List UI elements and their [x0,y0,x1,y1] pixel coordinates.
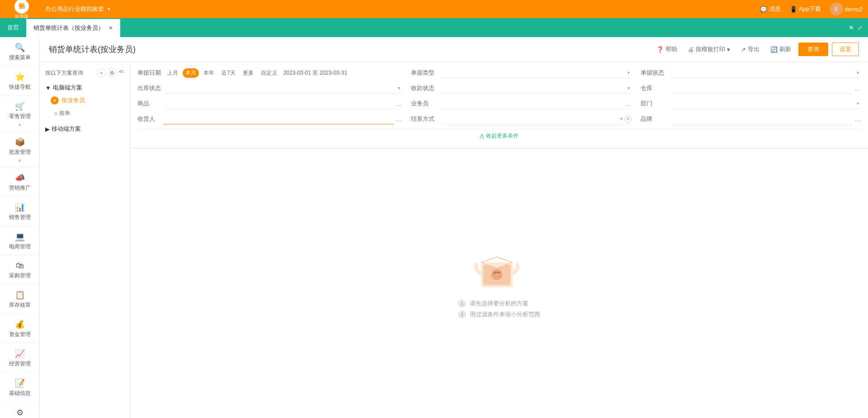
scheme-collapse-btn[interactable]: ≪ [118,68,124,77]
export-btn[interactable]: ↗ 导出 [737,43,763,55]
scheme-sub-item-by-order[interactable]: ≡ 按单 [40,107,130,119]
sidebar-item-basic[interactable]: 📝 基础信息 [0,373,39,402]
hint-text-2: 用过滤条件来缩小分析范围 [470,310,540,318]
date-tab-lastmonth[interactable]: 上月 [165,68,181,78]
date-tab-thismonth[interactable]: 本月 [183,68,199,78]
department-input[interactable] [671,98,861,109]
app-download-label: App下载 [799,5,821,13]
filter-field-salesperson: 业务员 … [411,98,632,109]
settle-dropdown-icon[interactable]: ▾ [620,116,623,121]
brand-dots[interactable]: … [854,115,861,123]
sidebar-item-sales[interactable]: 📊 销售管理 [0,197,39,226]
filter-field-brand: 品牌 … [641,114,861,124]
receiptstatus-input[interactable] [442,83,632,93]
close-window-icon[interactable]: ✕ [849,24,854,31]
query-button[interactable]: 查询 [798,43,828,56]
print-btn[interactable]: 🖨 按模板打印 ▾ [684,43,734,55]
print-dropdown-icon[interactable]: ▾ [727,46,730,53]
salesperson-dots[interactable]: … [625,100,632,107]
filter-field-warehouse: 仓库 … [641,83,861,94]
refresh-btn[interactable]: 🔄 刷新 [767,43,795,55]
svg-point-2 [491,269,502,280]
scheme-actions: + ⚙ ≪ [97,68,124,77]
sidebar-item-ecommerce[interactable]: 💻 电商管理 [0,226,39,256]
billstatus-dropdown-icon[interactable]: ▾ [857,70,859,75]
outstatus-label: 出库状态 [137,84,161,92]
date-tab-thisyear[interactable]: 本年 [201,68,217,78]
collapse-btn[interactable]: ⋀ 收起更多条件 [137,129,861,142]
settle-input[interactable] [442,114,623,124]
outstatus-dropdown-icon[interactable]: ▾ [398,86,400,90]
department-dropdown-icon[interactable]: ▾ [857,101,859,106]
scheme-settings-btn[interactable]: ⚙ [108,68,117,77]
sidebar-item-wholesale[interactable]: 📦 批发管理 ▲ [0,132,39,167]
date-tab-more[interactable]: 更多 [240,68,256,78]
retail-icon: 🛒 [15,101,25,111]
message-btn[interactable]: 💬 消息 [760,5,781,13]
goods-dots[interactable]: … [396,100,402,107]
sidebar-item-purchase[interactable]: 🛍 采购管理 [0,256,39,285]
wholesale-arrow: ▲ [18,157,22,162]
right-panel: 单据日期 上月 本月 本年 近7天 更多 自定义 [130,62,868,418]
app-download-btn[interactable]: 📱 App下载 [790,5,821,13]
help-btn[interactable]: ❓ 帮助 [653,43,681,55]
warehouse-label: 仓库 [641,84,668,92]
scheme-group-pc-header[interactable]: ▼ 电脑端方案 [40,82,130,94]
salesperson-input[interactable] [442,98,623,109]
goods-input[interactable] [164,98,394,109]
sidebar-item-finance[interactable]: 💰 资金管理 [0,314,39,343]
scheme-header-label: 按以下方案查询 [45,69,83,77]
sidebar-item-sales-label: 销售管理 [9,214,31,221]
settle-label: 结算方式 [411,115,438,123]
settings-button[interactable]: 设置 [832,43,859,56]
filter-field-settle: 结算方式 ✕ ▾ [411,114,632,124]
sidebar-item-operation[interactable]: 📈 经营管理 [0,343,39,373]
sidebar-item-quicknav[interactable]: ⭐ 快捷导航 [0,66,39,96]
sidebar-item-inventory[interactable]: 📋 库存核算 [0,285,39,314]
export-icon: ↗ [741,46,746,53]
sidebar-item-system[interactable]: ⚙ 系统管理 [0,402,39,418]
sidebar-item-search[interactable]: 🔍 搜索菜单 [0,37,39,66]
svg-point-3 [494,271,495,273]
date-range: 2023-03-01 至 2023-03-31 [283,69,347,77]
billtype-dropdown-icon[interactable]: ▾ [627,70,630,75]
tab-home[interactable]: 首页 [0,18,26,37]
billtype-input[interactable] [442,67,632,78]
message-label: 消息 [769,5,781,13]
scheme-add-btn[interactable]: + [97,68,106,77]
user-name: demo2 [844,6,863,13]
user-area[interactable]: E demo2 [830,3,863,15]
scheme-group-mobile-header[interactable]: ▶ 移动端方案 [40,123,130,135]
receiver-dots[interactable]: … [396,115,402,123]
tab-home-label: 首页 [7,24,19,32]
receiver-input[interactable] [164,114,394,124]
receiver-label: 收货人 [137,115,160,123]
maximize-icon[interactable]: ⤢ [858,24,863,31]
filter-row-3: 商品 … 业务员 … 部门 [137,98,861,109]
filter-field-goods: 商品 … [137,98,402,109]
brand-input[interactable] [671,114,853,124]
top-dropdown-icon[interactable]: ▾ [108,6,110,12]
settle-clear-btn[interactable]: ✕ [624,115,632,123]
warehouse-input[interactable] [671,83,853,94]
outstatus-input[interactable] [165,83,402,93]
date-tab-custom[interactable]: 自定义 [258,68,280,78]
receiptstatus-label: 收款状态 [411,84,438,92]
date-tab-7days[interactable]: 近7天 [219,68,238,78]
date-filter: 上月 本月 本年 近7天 更多 自定义 2023-03-01 至 2023-03… [165,68,402,78]
scheme-item-by-salesperson[interactable]: ● 按业务员 [40,94,130,107]
sidebar-item-operation-label: 经营管理 [9,360,31,368]
tab-sales-stat[interactable]: 销货单统计表（按业务员） ✕ [26,18,120,37]
warehouse-dots[interactable]: … [854,85,861,92]
billstatus-input[interactable] [671,67,861,78]
sidebar-item-ecommerce-label: 电商管理 [9,243,31,251]
purchase-icon: 🛍 [16,261,24,271]
scheme-group-pc-arrow: ▼ [45,85,51,91]
sidebar-item-marketing[interactable]: 📣 营销推广 [0,167,39,197]
hint-text-1: 请先选择要分析的方案 [470,299,528,308]
sidebar-item-retail[interactable]: 🛒 零售管理 ▲ [0,96,39,132]
receiptstatus-dropdown-icon[interactable]: ▾ [627,86,630,90]
sidebar-item-finance-label: 资金管理 [9,331,31,338]
tab-close-icon[interactable]: ✕ [108,25,113,31]
filter-field-billstatus: 单据状态 ▾ [641,67,861,78]
